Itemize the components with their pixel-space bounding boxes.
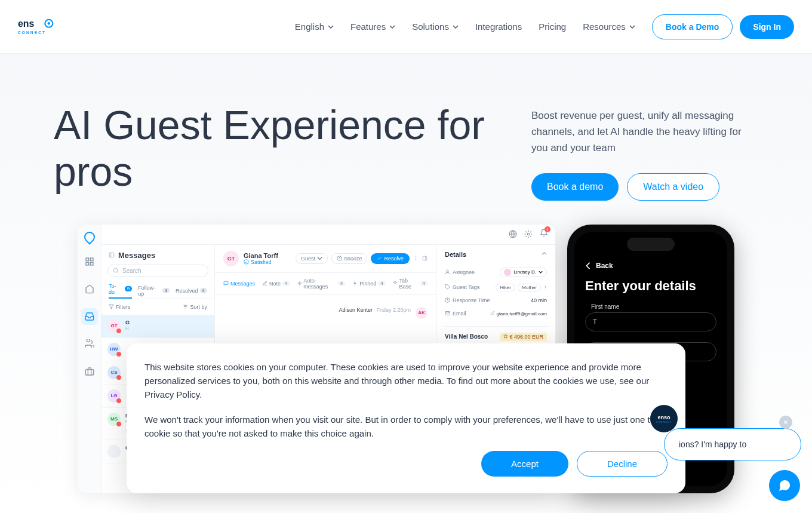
price-text: € 496.00 EUR	[509, 334, 543, 340]
subtab-messages: Messages	[223, 278, 255, 290]
chevron-down-icon	[317, 256, 322, 261]
tab-todo: To- do 9	[109, 283, 132, 299]
details-header: Details	[445, 251, 547, 264]
nav-solutions[interactable]: Solutions	[412, 21, 459, 32]
svg-point-22	[416, 258, 416, 259]
svg-point-13	[113, 268, 118, 272]
tab-followup: Follow-up 4	[138, 283, 170, 299]
subtab-count: 4	[338, 281, 345, 286]
hero-left: AI Guest Experience for pros	[54, 102, 496, 201]
close-icon	[783, 419, 789, 425]
tab-label: Follow-up	[138, 285, 160, 297]
smile-icon	[244, 259, 249, 265]
avatar: LG	[107, 389, 121, 403]
edit-icon	[262, 281, 267, 286]
avatar	[107, 445, 121, 458]
label-text: Email	[453, 311, 466, 317]
nav-label: English	[295, 21, 324, 32]
book-demo-button[interactable]: Book a Demo	[652, 14, 733, 39]
nav-integrations[interactable]: Integrations	[475, 21, 522, 32]
svg-rect-8	[86, 262, 89, 265]
star-icon	[503, 334, 508, 339]
assignee-name: Lindsey D.	[513, 269, 536, 275]
avatar-badge-icon	[116, 351, 122, 357]
chat-avatar-main: enso	[657, 414, 670, 420]
edit-icon	[490, 311, 495, 315]
hero-book-demo-button[interactable]: Book a demo	[531, 173, 619, 201]
bell-badge: 1	[545, 226, 550, 232]
item-name	[125, 343, 127, 349]
nav-label: Resources	[583, 21, 626, 32]
logo[interactable]: ens CONNECT	[18, 18, 61, 36]
conv-avatar: GT	[223, 251, 239, 266]
globe-icon	[509, 230, 517, 238]
chevron-down-icon	[539, 271, 543, 274]
message-avatar: AK	[416, 307, 427, 319]
chat-close-button[interactable]	[779, 416, 792, 429]
tag-pill: Hiker	[496, 284, 515, 291]
svg-rect-7	[90, 258, 93, 261]
phone-back-button: Back	[585, 262, 716, 270]
phone-first-name-input: T	[585, 312, 716, 331]
messages-tabs: To- do 9 Follow-up 4 Resolved 4	[102, 277, 214, 299]
mini-logo-icon	[82, 229, 97, 244]
cookie-actions: Accept Decline	[144, 451, 668, 477]
nav-pricing[interactable]: Pricing	[539, 21, 566, 32]
message-meta: Adison Kenter Friday 2:20pm	[339, 307, 411, 319]
nav-label: Solutions	[412, 21, 449, 32]
detail-label: Email	[445, 311, 466, 317]
svg-text:CONNECT: CONNECT	[18, 30, 46, 34]
avatar: MS	[107, 413, 121, 426]
hero-title: AI Guest Experience for pros	[54, 102, 496, 195]
decline-button[interactable]: Decline	[577, 451, 668, 477]
chat-bubble[interactable]: enso CONNECT ions? I'm happy to	[664, 428, 801, 460]
chevron-up-icon	[542, 251, 547, 256]
chevron-down-icon	[629, 25, 635, 29]
villa-price: € 496.00 EUR	[500, 333, 547, 341]
nav-resources[interactable]: Resources	[583, 21, 635, 32]
users-icon	[85, 339, 94, 349]
assignee-value: Lindsey D.	[500, 268, 547, 277]
sidebar-inbox	[81, 308, 98, 325]
chip-label: Guest	[301, 256, 315, 262]
chat-text: ions? I'm happy to	[679, 440, 746, 449]
subtab-count: 4	[378, 281, 385, 286]
svg-point-5	[527, 233, 530, 235]
nav-label: Integrations	[475, 21, 522, 32]
nav-english[interactable]: English	[295, 21, 334, 32]
svg-point-23	[416, 260, 416, 260]
hero-watch-video-button[interactable]: Watch a video	[627, 173, 719, 201]
conv-header-left: GT Giana Torff Satisfied	[223, 251, 278, 266]
message-time: Friday 2:20pm	[376, 307, 411, 313]
snooze-chip: Snooze	[331, 253, 368, 264]
subtab-label: Auto-messages	[303, 278, 336, 290]
chat-fab[interactable]	[769, 470, 800, 501]
nav-features[interactable]: Features	[350, 21, 395, 32]
panel-icon	[422, 256, 427, 261]
phone-notch	[627, 238, 675, 251]
detail-label: Response Time	[445, 297, 490, 303]
cookie-text-2: We won't track your information when you…	[144, 413, 668, 441]
detail-tags: Guest Tags Hiker Mother +	[445, 281, 547, 294]
chip-label: Snooze	[344, 256, 362, 262]
accept-button[interactable]: Accept	[481, 451, 568, 477]
filters-label: Filters	[116, 304, 131, 310]
list-item-body: G H	[125, 320, 130, 333]
back-label: Back	[596, 262, 613, 270]
notifications: 1	[540, 229, 548, 239]
cookie-text-1: This website stores cookies on your comp…	[144, 360, 668, 402]
label-text: Assignee	[453, 269, 475, 275]
label-text: Response Time	[453, 297, 490, 303]
search-icon	[113, 268, 119, 274]
subtab-tabbase: Tab Base 4	[393, 278, 427, 290]
conv-name-block: Giana Torff Satisfied	[244, 252, 278, 265]
sign-in-button[interactable]: Sign In	[740, 15, 794, 39]
conv-name: Giana Torff	[244, 252, 278, 259]
subtab-auto: Auto-messages 4	[297, 278, 346, 290]
avatar-initials: MS	[110, 416, 118, 422]
avatar: CS	[107, 366, 121, 379]
add-tag: +	[544, 284, 547, 290]
subtab-label: Pinned	[359, 281, 376, 287]
sort-icon	[183, 304, 188, 309]
chevron-left-icon	[585, 262, 591, 270]
